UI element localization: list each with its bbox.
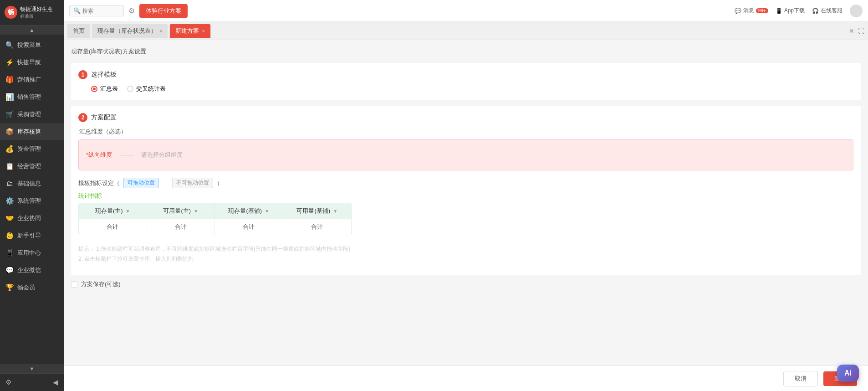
- cancel-button[interactable]: 取消: [783, 371, 818, 386]
- tab-new-plan-close-icon[interactable]: ×: [202, 28, 204, 34]
- sidebar-label-shortcut: 快捷导航: [17, 58, 41, 67]
- stats-td-col2: 合计: [147, 219, 215, 235]
- template-option-cross[interactable]: 交叉统计表: [127, 85, 166, 93]
- app-download-item[interactable]: 📱 App下载: [776, 7, 805, 15]
- sidebar-label-basic: 基础信息: [17, 180, 41, 188]
- step2-num: 2: [78, 113, 87, 122]
- indicator-tag-fixed: 不可拖动位置: [172, 178, 213, 188]
- contract-icon: 🤝: [5, 214, 14, 222]
- agg-dim-label: 汇总维度（必选）: [78, 128, 853, 136]
- stats-th-col1-label: 现存量(主): [95, 207, 123, 215]
- stats-table: 现存量(主) ▼ 可用量(主) ▼ 现存量(基辅) ▼ 可用量(基辅) ▼: [78, 203, 352, 235]
- stats-th-col2[interactable]: 可用量(主) ▼: [147, 203, 215, 219]
- member-icon: 🏆: [5, 283, 14, 292]
- save-plan-checkbox[interactable]: [71, 281, 77, 288]
- sidebar-item-purchase[interactable]: 🛒 采购管理: [0, 106, 64, 123]
- sidebar-item-contract[interactable]: 🤝 企业协同: [0, 210, 64, 227]
- sidebar-item-basic[interactable]: 🗂 基础信息: [0, 175, 64, 192]
- radio-summary-circle: [91, 86, 97, 92]
- sidebar-label-purchase: 采购管理: [17, 110, 41, 118]
- sidebar-label-member: 畅会员: [17, 283, 35, 292]
- stats-section-label: 统计指标: [78, 192, 853, 200]
- step1-num: 1: [78, 70, 87, 79]
- search-icon: 🔍: [5, 41, 14, 49]
- indicator-tag-draggable: 可拖动位置: [123, 178, 159, 188]
- stats-table-header: 现存量(主) ▼ 可用量(主) ▼ 现存量(基辅) ▼ 可用量(基辅) ▼: [79, 203, 351, 219]
- stats-td-col4: 合计: [283, 219, 352, 235]
- tab-new-plan-label: 新建方案: [175, 27, 199, 35]
- template-option-summary[interactable]: 汇总表: [91, 85, 118, 93]
- app-version: 标准版: [20, 13, 53, 20]
- sidebar-item-system[interactable]: ⚙️ 系统管理: [0, 192, 64, 210]
- messages-label: 消息: [743, 7, 754, 15]
- sidebar-item-finance[interactable]: 💰 资金管理: [0, 140, 64, 158]
- settings-footer-icon[interactable]: ⚙: [5, 378, 11, 386]
- chevron-down-icon-col4: ▼: [333, 209, 337, 214]
- sidebar-item-apps[interactable]: 📱 应用中心: [0, 244, 64, 262]
- sidebar-footer: ⚙ ◀: [0, 373, 64, 391]
- save-plan-checkbox-area[interactable]: 方案保存(可选): [71, 280, 861, 288]
- sidebar-item-marketing[interactable]: 🎁 营销推广: [0, 71, 64, 88]
- expand-window-icon[interactable]: ⛶: [858, 27, 864, 35]
- footer-bar: 取消 查询: [64, 365, 868, 391]
- sidebar-scroll-up[interactable]: ▲: [0, 26, 64, 35]
- sidebar-label-inventory: 库存核算: [17, 128, 41, 136]
- tip-line2: 2. 点击标题栏下拉可设置排序、插入列和删除列: [78, 254, 853, 264]
- tab-home[interactable]: 首页: [67, 24, 90, 38]
- apps-icon: 📱: [5, 249, 14, 257]
- stats-th-col1[interactable]: 现存量(主) ▼: [79, 203, 147, 219]
- topbar-search-box[interactable]: 🔍: [69, 5, 124, 16]
- tab-inventory-label: 现存量（库存状况表）: [97, 27, 157, 35]
- user-avatar[interactable]: [850, 5, 863, 17]
- sidebar-item-member[interactable]: 🏆 畅会员: [0, 279, 64, 296]
- settings-gear-icon[interactable]: ⚙: [128, 6, 135, 15]
- chevron-down-icon-col3: ▼: [265, 209, 269, 214]
- toggle-sidebar-icon[interactable]: ◀: [53, 378, 58, 386]
- save-plan-label: 方案保存(可选): [81, 280, 121, 288]
- agg-dim-area[interactable]: *纵向维度 —— 请选择分组维度: [78, 139, 853, 170]
- step2-header: 2 方案配置: [78, 113, 853, 122]
- search-input[interactable]: [82, 8, 119, 14]
- stats-td-col3: 合计: [215, 219, 283, 235]
- online-service-item[interactable]: 🎧 在线客服: [812, 7, 842, 15]
- step2-card: 2 方案配置 汇总维度（必选） *纵向维度 —— 请选择分组维度 模板指标设定（…: [71, 106, 861, 275]
- sidebar-item-shortcut[interactable]: ⚡ 快捷导航: [0, 54, 64, 71]
- ai-float-button[interactable]: Ai: [837, 365, 859, 382]
- page-title: 现存量(库存状况表)方案设置: [71, 47, 861, 56]
- sidebar-item-search[interactable]: 🔍 搜索菜单: [0, 36, 64, 54]
- stats-th-col2-label: 可用量(主): [163, 207, 191, 215]
- topbar-right: 💬 消息 99+ 📱 App下载 🎧 在线客服: [735, 5, 863, 17]
- topbar: 🔍 ⚙ 体验行业方案 💬 消息 99+ 📱 App下载 🎧 在线客服: [64, 0, 868, 22]
- sidebar-item-inventory[interactable]: 📦 库存核算: [0, 123, 64, 140]
- tab-inventory-status[interactable]: 现存量（库存状况表） ×: [92, 24, 168, 38]
- step1-header: 1 选择模板: [78, 70, 853, 79]
- stats-table-body: 合计 合计 合计 合计: [79, 219, 351, 235]
- tab-new-plan[interactable]: 新建方案 ×: [169, 24, 210, 38]
- purchase-icon: 🛒: [5, 110, 14, 118]
- sidebar-scroll-down[interactable]: ▼: [0, 364, 64, 373]
- close-window-icon[interactable]: ✕: [849, 27, 854, 35]
- sidebar-item-guide[interactable]: 👶 新手引导: [0, 227, 64, 244]
- marketing-icon: 🎁: [5, 76, 14, 84]
- sidebar-label-contract: 企业协同: [17, 214, 41, 222]
- trial-industry-button[interactable]: 体验行业方案: [139, 4, 188, 18]
- messages-item[interactable]: 💬 消息 99+: [735, 7, 768, 15]
- sidebar-item-business[interactable]: 📋 经营管理: [0, 158, 64, 175]
- tab-inventory-close-icon[interactable]: ×: [159, 28, 162, 34]
- finance-icon: 💰: [5, 145, 14, 153]
- phone-icon: 📱: [776, 8, 782, 14]
- sidebar-label-business: 经营管理: [17, 162, 41, 170]
- step2-title: 方案配置: [91, 113, 117, 122]
- tab-window-controls: ✕ ⛶: [849, 27, 864, 35]
- messages-icon: 💬: [735, 8, 741, 14]
- template-cross-label: 交叉统计表: [136, 85, 166, 93]
- stats-th-col3[interactable]: 现存量(基辅) ▼: [215, 203, 283, 219]
- stats-td-col1: 合计: [79, 219, 147, 235]
- dim-divider: ——: [119, 151, 134, 159]
- sidebar-label-wechat: 企业微信: [17, 266, 41, 274]
- sidebar-item-wechat[interactable]: 💬 企业微信: [0, 262, 64, 279]
- stats-th-col4[interactable]: 可用量(基辅) ▼: [283, 203, 352, 219]
- sidebar-item-sales[interactable]: 📊 销售管理: [0, 88, 64, 106]
- guide-icon: 👶: [5, 232, 14, 240]
- business-icon: 📋: [5, 162, 14, 170]
